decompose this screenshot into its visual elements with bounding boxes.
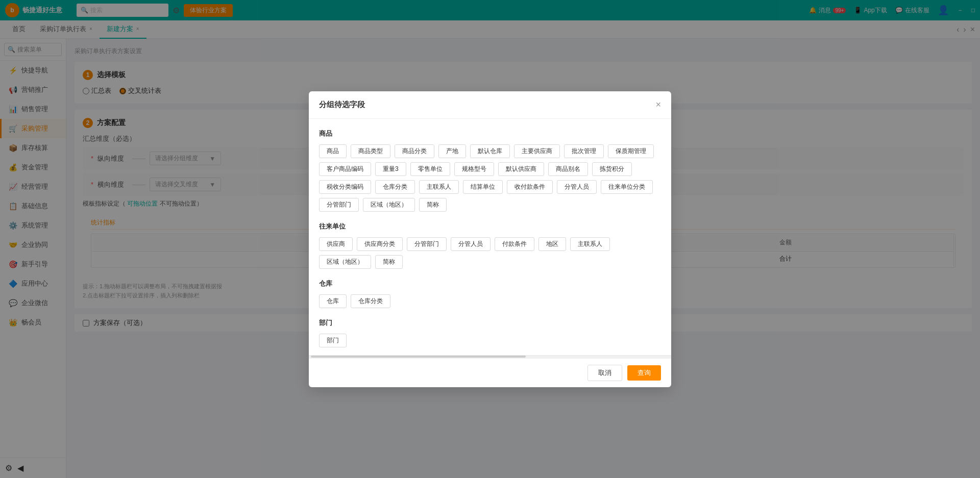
field-tag[interactable]: 商品 [319, 144, 347, 158]
field-tag[interactable]: 仓库 [319, 294, 347, 308]
field-tag[interactable]: 供应商分类 [357, 237, 403, 251]
field-tag[interactable]: 供应商 [319, 237, 353, 251]
field-tag[interactable]: 规格型号 [454, 162, 494, 176]
modal-title: 分组待选字段 [319, 100, 365, 110]
modal-overlay: 分组待选字段 × 商品 商品 商品类型 商品分类 产地 默认仓库 主要供应商 批… [0, 0, 980, 478]
section-goods: 商品 商品 商品类型 商品分类 产地 默认仓库 主要供应商 批次管理 保质期管理… [319, 129, 661, 212]
field-tag[interactable]: 分管人员 [451, 237, 491, 251]
field-tag[interactable]: 默认仓库 [470, 144, 510, 158]
field-tag[interactable]: 仓库分类 [375, 180, 415, 194]
field-tag[interactable]: 保质期管理 [608, 144, 654, 158]
field-tag[interactable]: 分管部门 [319, 198, 359, 212]
field-tag[interactable]: 默认供应商 [498, 162, 544, 176]
section-dept-tags: 部门 [319, 334, 661, 347]
section-dept-title: 部门 [319, 318, 661, 328]
field-tag[interactable]: 主要供应商 [514, 144, 560, 158]
section-partner-tags: 供应商 供应商分类 分管部门 分管人员 付款条件 地区 主联系人 区域（地区） … [319, 237, 661, 269]
field-tag[interactable]: 商品类型 [351, 144, 390, 158]
field-tag[interactable]: 分管人员 [557, 180, 597, 194]
section-partner-title: 往来单位 [319, 222, 661, 231]
field-tag[interactable]: 部门 [319, 334, 347, 347]
field-tag[interactable]: 往来单位分类 [601, 180, 653, 194]
modal-close-btn[interactable]: × [655, 99, 661, 110]
field-tag[interactable]: 主联系人 [419, 180, 459, 194]
section-warehouse-tags: 仓库 仓库分类 [319, 294, 661, 308]
field-tag[interactable]: 税收分类编码 [319, 180, 371, 194]
field-select-modal: 分组待选字段 × 商品 商品 商品类型 商品分类 产地 默认仓库 主要供应商 批… [309, 91, 671, 387]
field-tag[interactable]: 付款条件 [495, 237, 534, 251]
field-tag[interactable]: 拣货积分 [592, 162, 632, 176]
section-dept: 部门 部门 [319, 318, 661, 347]
field-tag[interactable]: 区域（地区） [363, 198, 415, 212]
field-tag[interactable]: 结算单位 [463, 180, 503, 194]
field-tag[interactable]: 仓库分类 [351, 294, 390, 308]
confirm-button[interactable]: 查询 [627, 365, 661, 381]
field-tag[interactable]: 零售单位 [410, 162, 450, 176]
field-tag[interactable]: 简称 [419, 198, 447, 212]
section-warehouse: 仓库 仓库 仓库分类 [319, 279, 661, 308]
modal-body: 商品 商品 商品类型 商品分类 产地 默认仓库 主要供应商 批次管理 保质期管理… [309, 119, 671, 355]
cancel-button[interactable]: 取消 [587, 365, 622, 381]
field-tag[interactable]: 产地 [438, 144, 466, 158]
field-tag[interactable]: 客户商品编码 [319, 162, 371, 176]
section-goods-tags: 商品 商品类型 商品分类 产地 默认仓库 主要供应商 批次管理 保质期管理 客户… [319, 144, 661, 212]
field-tag[interactable]: 收付款条件 [507, 180, 553, 194]
field-tag[interactable]: 商品别名 [548, 162, 588, 176]
section-goods-title: 商品 [319, 129, 661, 138]
field-tag[interactable]: 简称 [375, 255, 403, 269]
field-tag[interactable]: 主联系人 [570, 237, 610, 251]
section-warehouse-title: 仓库 [319, 279, 661, 288]
section-partner: 往来单位 供应商 供应商分类 分管部门 分管人员 付款条件 地区 主联系人 区域… [319, 222, 661, 269]
modal-header: 分组待选字段 × [309, 91, 671, 119]
field-tag[interactable]: 分管部门 [407, 237, 447, 251]
field-tag[interactable]: 地区 [538, 237, 566, 251]
field-tag[interactable]: 商品分类 [395, 144, 434, 158]
modal-footer: 取消 查询 [309, 358, 671, 387]
field-tag[interactable]: 区域（地区） [319, 255, 371, 269]
field-tag[interactable]: 重量3 [375, 162, 406, 176]
field-tag[interactable]: 批次管理 [564, 144, 604, 158]
